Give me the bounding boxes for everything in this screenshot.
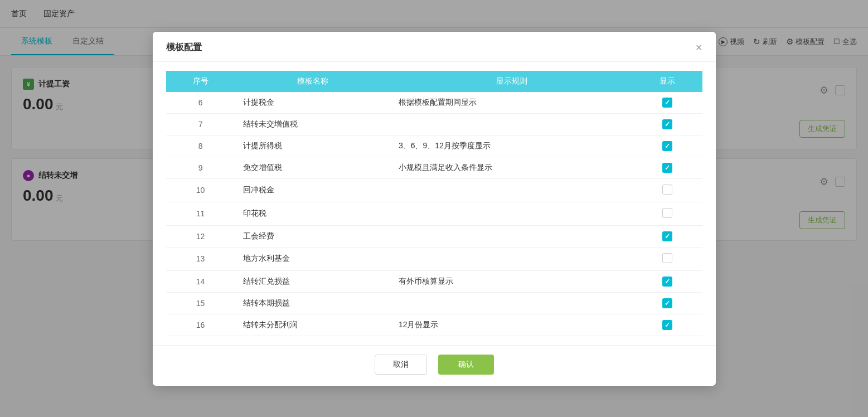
cell-rule	[391, 113, 633, 135]
cell-seq: 14	[166, 270, 235, 292]
col-rule: 显示规则	[391, 71, 633, 92]
cell-display	[633, 178, 702, 202]
table-row: 11印花税	[166, 202, 702, 225]
config-table: 序号 模板名称 显示规则 显示 6计提税金根据模板配置期间显示7结转未交增值税8…	[166, 71, 702, 336]
cell-rule: 12月份显示	[391, 314, 633, 336]
cell-seq: 9	[166, 157, 235, 178]
display-checkbox[interactable]	[662, 298, 672, 308]
cell-seq: 11	[166, 202, 235, 225]
cell-display	[633, 247, 702, 270]
display-checkbox[interactable]	[662, 253, 672, 263]
modal-body: 序号 模板名称 显示规则 显示 6计提税金根据模板配置期间显示7结转未交增值税8…	[153, 62, 716, 345]
cell-display	[633, 113, 702, 135]
cell-name: 回冲税金	[235, 178, 391, 202]
table-row: 12工会经费	[166, 225, 702, 247]
table-header: 序号 模板名称 显示规则 显示	[166, 71, 702, 92]
table-row: 8计提所得税3、6、9、12月按季度显示	[166, 135, 702, 157]
cell-name: 结转本期损益	[235, 292, 391, 314]
cell-name: 工会经费	[235, 225, 391, 247]
col-name: 模板名称	[235, 71, 391, 92]
cell-display	[633, 225, 702, 247]
cell-seq: 7	[166, 113, 235, 135]
table-row: 7结转未交增值税	[166, 113, 702, 135]
cell-seq: 8	[166, 135, 235, 157]
display-checkbox[interactable]	[662, 185, 672, 195]
cell-seq: 10	[166, 178, 235, 202]
display-checkbox[interactable]	[662, 208, 672, 218]
cell-rule: 3、6、9、12月按季度显示	[391, 135, 633, 157]
display-checkbox[interactable]	[662, 320, 672, 330]
cell-seq: 16	[166, 314, 235, 336]
cell-name: 计提税金	[235, 92, 391, 114]
cancel-btn[interactable]: 取消	[375, 355, 427, 375]
table-row: 14结转汇兑损益有外币核算显示	[166, 270, 702, 292]
confirm-btn[interactable]: 确认	[438, 355, 494, 375]
modal-overlay: 模板配置 × 序号 模板名称 显示规则 显示 6计提税金根据模板配置期间显	[0, 0, 868, 417]
cell-display	[633, 157, 702, 178]
cell-display	[633, 292, 702, 314]
display-checkbox[interactable]	[662, 231, 672, 241]
cell-name: 印花税	[235, 202, 391, 225]
cell-name: 结转未交增值税	[235, 113, 391, 135]
cell-name: 结转未分配利润	[235, 314, 391, 336]
modal-header: 模板配置 ×	[153, 32, 716, 62]
modal-footer: 取消 确认	[153, 345, 716, 386]
cell-display	[633, 202, 702, 225]
cell-rule	[391, 178, 633, 202]
cell-name: 结转汇兑损益	[235, 270, 391, 292]
col-display: 显示	[633, 71, 702, 92]
table-row: 10回冲税金	[166, 178, 702, 202]
cell-display	[633, 92, 702, 114]
cell-rule: 根据模板配置期间显示	[391, 92, 633, 114]
table-row: 16结转未分配利润12月份显示	[166, 314, 702, 336]
cell-rule	[391, 292, 633, 314]
display-checkbox[interactable]	[662, 163, 672, 173]
display-checkbox[interactable]	[662, 119, 672, 129]
cell-rule: 有外币核算显示	[391, 270, 633, 292]
display-checkbox[interactable]	[662, 277, 672, 287]
cell-seq: 12	[166, 225, 235, 247]
cell-seq: 13	[166, 247, 235, 270]
cell-display	[633, 270, 702, 292]
table-body: 6计提税金根据模板配置期间显示7结转未交增值税8计提所得税3、6、9、12月按季…	[166, 92, 702, 336]
config-table-wrapper[interactable]: 序号 模板名称 显示规则 显示 6计提税金根据模板配置期间显示7结转未交增值税8…	[166, 71, 702, 336]
cell-seq: 15	[166, 292, 235, 314]
display-checkbox[interactable]	[662, 98, 672, 108]
display-checkbox[interactable]	[662, 141, 672, 151]
cell-seq: 6	[166, 92, 235, 114]
cell-display	[633, 135, 702, 157]
cell-rule	[391, 225, 633, 247]
modal-close-btn[interactable]: ×	[696, 42, 702, 53]
cell-name: 计提所得税	[235, 135, 391, 157]
cell-rule	[391, 202, 633, 225]
cell-display	[633, 314, 702, 336]
col-seq: 序号	[166, 71, 235, 92]
cell-rule	[391, 247, 633, 270]
cell-rule: 小规模且满足收入条件显示	[391, 157, 633, 178]
cell-name: 免交增值税	[235, 157, 391, 178]
table-row: 15结转本期损益	[166, 292, 702, 314]
modal-template-config: 模板配置 × 序号 模板名称 显示规则 显示 6计提税金根据模板配置期间显	[153, 32, 716, 386]
cell-name: 地方水利基金	[235, 247, 391, 270]
table-row: 6计提税金根据模板配置期间显示	[166, 92, 702, 114]
table-row: 13地方水利基金	[166, 247, 702, 270]
modal-title: 模板配置	[166, 42, 202, 54]
table-row: 9免交增值税小规模且满足收入条件显示	[166, 157, 702, 178]
